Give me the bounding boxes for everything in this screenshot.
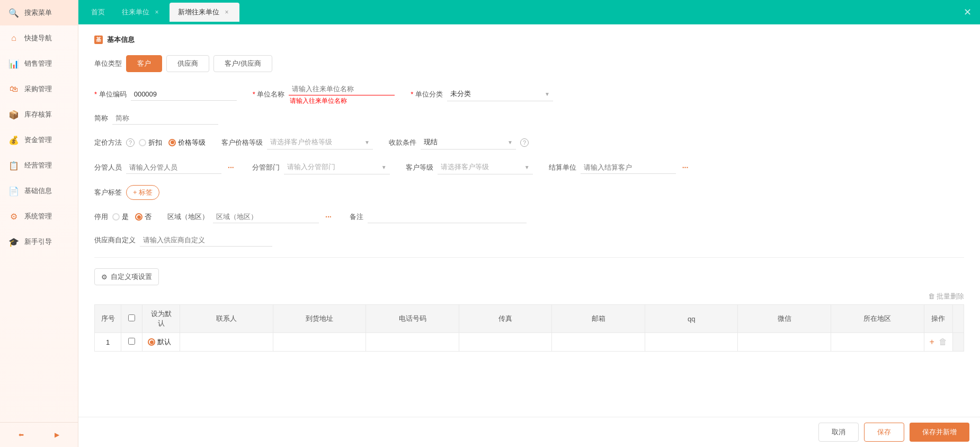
abbr-label: 简称 [94,113,108,123]
abbr-field: 简称 [94,112,218,125]
sidebar-item-system[interactable]: ⚙ 系统管理 [0,204,78,229]
payment-terms-label: 收款条件 [389,138,416,147]
row-default: 默认 [142,333,180,352]
contacts-table-wrapper: 序号 设为默认 联系人 到货地址 电话号码 传真 邮箱 qq 微信 所在地区 [94,304,964,352]
fax-input[interactable] [465,338,547,346]
customer-price-level-label: 客户价格等级 [221,138,263,147]
unit-name-field: 单位名称 请输入往来单位名称 [253,83,395,106]
add-row-btn[interactable]: + [930,337,934,347]
sidebar-item-basic[interactable]: 📄 基础信息 [0,178,78,204]
unit-code-field: 单位编码 [94,88,237,101]
unit-code-input[interactable] [131,88,237,101]
sidebar-item-finance[interactable]: 💰 资金管理 [0,127,78,153]
save-new-button[interactable]: 保存并新增 [910,423,969,442]
chevron-down-icon: ▼ [507,139,513,145]
row-checkbox[interactable] [128,338,135,345]
sidebar-item-label: 销售管理 [24,59,52,68]
section-icon: 基 [94,36,103,44]
tab-new-contact[interactable]: 新增往来单位 × [170,3,239,22]
row-wechat[interactable] [738,333,831,352]
email-input[interactable] [557,338,639,346]
unit-code-name-row: 单位编码 单位名称 请输入往来单位名称 单位分类 未分类 ▼ [94,83,964,106]
disabled-no[interactable]: 否 [135,212,152,222]
row-phone[interactable] [366,333,459,352]
sidebar-item-guide[interactable]: 🎓 新手引导 [0,229,78,255]
qq-input[interactable] [651,338,733,346]
settlement-unit-input[interactable] [581,161,676,174]
system-icon: ⚙ [8,211,19,222]
dept-select[interactable]: 请输入分管部门 ▼ [284,160,390,174]
discount-radio-circle [139,139,146,146]
sidebar-item-search[interactable]: 🔍 搜索菜单 [0,0,78,25]
tab-close-contacts[interactable]: × [153,8,161,16]
bottom-bar: 取消 保存 保存并新增 [78,417,980,447]
payment-terms-select[interactable]: 现结 ▼ [421,135,516,150]
home-icon: ⌂ [8,33,19,43]
sidebar-expand-btn[interactable]: ▶ [41,428,73,442]
settlement-unit-label: 结算单位 [549,163,576,172]
tab-home[interactable]: 首页 [83,3,113,22]
pricing-discount[interactable]: 折扣 [139,138,162,147]
sidebar-item-sales[interactable]: 📊 销售管理 [0,51,78,76]
scrollbar-cell [953,333,964,352]
sidebar-item-quicknav[interactable]: ⌂ 快捷导航 [0,25,78,51]
customer-level-select[interactable]: 请选择客户等级 ▼ [438,160,533,174]
tab-close-new-contact[interactable]: × [222,8,231,16]
col-region: 所在地区 [831,305,924,333]
payment-terms-value: 现结 [424,137,505,147]
row-email[interactable] [552,333,645,352]
pricing-question-icon[interactable]: ? [126,138,135,147]
window-close-btn[interactable]: ✕ [959,4,976,20]
section-title-text: 基本信息 [107,35,135,45]
address-input[interactable] [279,338,361,346]
type-btn-supplier[interactable]: 供应商 [166,55,209,72]
abbr-input[interactable] [112,112,218,125]
settlement-ellipsis-btn[interactable]: ··· [680,163,691,172]
save-button[interactable]: 保存 [864,423,904,442]
row-region[interactable] [831,333,924,352]
remark-input[interactable] [368,211,527,223]
pricelevel-label: 价格等级 [178,138,206,147]
basic-icon: 📄 [8,186,19,196]
delete-row-btn[interactable]: 🗑 [939,337,947,347]
type-btn-customer[interactable]: 客户 [126,55,162,72]
manager-ellipsis-btn[interactable]: ··· [226,163,236,172]
contact-input[interactable] [185,338,268,346]
dept-placeholder: 请输入分管部门 [287,162,379,172]
add-tag-btn[interactable]: + 标签 [126,185,159,200]
no-radio-circle [135,213,142,221]
customer-price-level-select[interactable]: 请选择客户价格等级 ▼ [267,135,373,150]
batch-delete-btn[interactable]: 🗑 批量删除 [94,292,964,301]
customer-price-level-placeholder: 请选择客户价格等级 [270,137,362,147]
payment-terms-question-icon[interactable]: ? [520,138,529,147]
disabled-yes[interactable]: 是 [112,212,129,222]
row-contact[interactable] [180,333,273,352]
row-fax[interactable] [459,333,552,352]
select-all-checkbox[interactable] [128,314,135,321]
customer-tag-row: 客户标签 + 标签 [94,185,964,200]
sidebar-collapse-btn[interactable]: ⬅ [5,428,37,442]
row-qq[interactable] [645,333,738,352]
tab-contacts[interactable]: 往来单位 × [113,3,170,22]
row-address[interactable] [273,333,366,352]
pricing-pricelevel[interactable]: 价格等级 [168,138,206,147]
wechat-input[interactable] [743,338,825,346]
type-btn-both[interactable]: 客户/供应商 [213,55,272,72]
phone-input[interactable] [371,338,453,346]
unit-name-input[interactable] [289,83,395,95]
row-checkbox-cell [121,333,142,352]
region-input[interactable] [213,211,319,223]
row-region-input[interactable] [836,338,919,346]
tab-bar: 首页 往来单位 × 新增往来单位 × ✕ [78,0,980,24]
unit-category-select[interactable]: 未分类 ▼ [447,87,553,101]
row-default-radio[interactable]: 默认 [148,337,174,347]
disabled-label: 停用 [94,212,108,222]
manager-input[interactable] [126,161,221,174]
custom-settings-btn[interactable]: ⚙ 自定义项设置 [94,268,159,285]
sidebar-item-purchase[interactable]: 🛍 采购管理 [0,76,78,102]
sidebar-item-operations[interactable]: 📋 经营管理 [0,153,78,178]
cancel-button[interactable]: 取消 [818,423,859,442]
supplier-custom-input[interactable] [140,234,272,247]
sidebar-item-inventory[interactable]: 📦 库存核算 [0,102,78,127]
region-ellipsis-btn[interactable]: ··· [323,213,334,221]
